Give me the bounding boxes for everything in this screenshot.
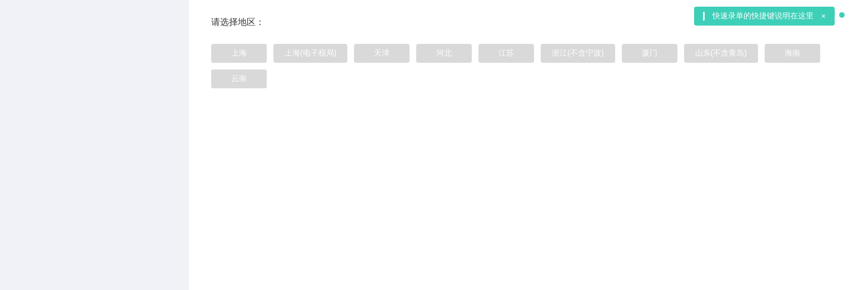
region-button-shandong[interactable]: 山东(不含青岛) [684, 44, 758, 63]
region-button-zhejiang[interactable]: 浙江(不含宁波) [541, 44, 615, 63]
tooltip-text: 快速录单的快捷键说明在这里 [712, 11, 814, 21]
region-button-hebei[interactable]: 河北 [416, 44, 472, 63]
tooltip-dot [839, 12, 845, 18]
region-button-hainan[interactable]: 海南 [765, 44, 820, 63]
region-button-yunnan[interactable]: 云南 [211, 69, 267, 88]
tooltip-close-button[interactable]: × [821, 12, 826, 21]
left-sidebar [0, 0, 189, 290]
region-button-xiamen[interactable]: 厦门 [622, 44, 677, 63]
tooltip-banner: 快速录单的快捷键说明在这里 × [694, 7, 835, 26]
region-buttons-container: 上海上海(电子税局)天津河北江苏浙江(不含宁波)厦门山东(不含青岛)海南云南 [211, 44, 846, 88]
region-button-shanghai-etax[interactable]: 上海(电子税局) [273, 44, 347, 63]
main-content: 请选择地区： 上海上海(电子税局)天津河北江苏浙江(不含宁波)厦门山东(不含青岛… [189, 0, 868, 290]
region-button-jiangsu[interactable]: 江苏 [478, 44, 534, 63]
region-button-shanghai[interactable]: 上海 [211, 44, 267, 63]
region-button-tianjin[interactable]: 天津 [354, 44, 410, 63]
